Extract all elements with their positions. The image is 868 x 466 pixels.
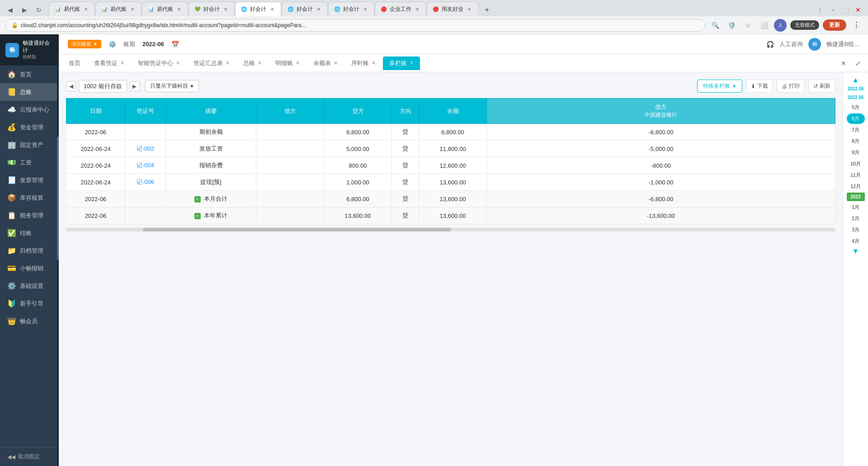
sidebar-item-settings[interactable]: ⚙️ 基础设置 — [0, 277, 59, 295]
prev-account-btn[interactable]: ◀ — [66, 81, 76, 91]
page-tab-home[interactable]: 首页 — [62, 56, 87, 70]
date-month-aug[interactable]: 8月 — [847, 136, 865, 146]
minimize-btn[interactable]: − — [826, 4, 839, 16]
page-tab-general-ledger-close[interactable]: ✕ — [258, 60, 262, 66]
page-tab-summary-close[interactable]: ✕ — [226, 60, 230, 66]
update-btn[interactable]: 更新 — [823, 19, 846, 31]
page-tab-multi-col-close[interactable]: ✕ — [410, 60, 414, 66]
tab-close-1[interactable]: ✕ — [83, 6, 89, 13]
sidebar-item-home[interactable]: 🏠 首页 — [0, 66, 59, 83]
tab-close-3[interactable]: ✕ — [176, 6, 182, 13]
date-month-jun[interactable]: 6月 — [847, 113, 865, 124]
user-profile-btn[interactable]: 人 — [774, 19, 787, 32]
sidebar-item-tax[interactable]: 📋 税务管理 — [0, 207, 59, 224]
browser-tab-4[interactable]: 💚 好会计 ✕ — [189, 2, 235, 16]
window-btn[interactable]: ⬜ — [758, 19, 770, 32]
address-bar[interactable]: 🔒 cloud2.chanjet.com/accounting/uh26t264… — [5, 19, 705, 32]
cell-voucher-3[interactable]: 记-004 — [125, 157, 166, 174]
sidebar-item-ledger[interactable]: 📒 总账 — [0, 83, 59, 101]
incognito-btn[interactable]: 无痕模式 — [790, 20, 819, 30]
close-browser-btn[interactable]: ✕ — [852, 4, 864, 16]
settings-gear-icon[interactable]: ⚙️ — [108, 41, 116, 48]
date-month-jan23[interactable]: 1月 — [847, 202, 865, 212]
page-tab-smart-voucher[interactable]: 智能凭证中心 ✕ — [132, 56, 186, 70]
star-icon[interactable]: ☆ — [741, 19, 754, 32]
shield-icon[interactable]: 🛡️ — [725, 19, 738, 32]
tab-close-9[interactable]: ✕ — [466, 6, 472, 13]
calendar-icon[interactable]: 📅 — [171, 41, 179, 48]
download-btn[interactable]: ⬇ 下载 — [746, 80, 773, 93]
browser-tab-2[interactable]: 📊 易代账 ✕ — [95, 2, 142, 16]
consult-label[interactable]: 人工咨询 — [779, 40, 803, 48]
page-tab-general-ledger[interactable]: 总账 ✕ — [237, 56, 268, 70]
tab-panel-expand-btn[interactable]: ⤢ — [852, 57, 864, 70]
sidebar-item-invoice[interactable]: 🧾 发票管理 — [0, 171, 59, 189]
pin-btn[interactable]: ◀◀ 取消固定 — [7, 453, 52, 461]
date-month-jul[interactable]: 7月 — [847, 125, 865, 135]
date-month-apr23[interactable]: 4月 — [847, 236, 865, 246]
date-month-dec[interactable]: 12月 — [847, 181, 865, 192]
page-tab-journal-close[interactable]: ✕ — [372, 60, 376, 66]
demo-badge[interactable]: 演示账套 ▼ — [68, 40, 101, 48]
page-tab-summary[interactable]: 凭证汇总表 ✕ — [187, 56, 236, 70]
sidebar-item-capital[interactable]: 💰 资金管理 — [0, 118, 59, 136]
sidebar-item-guide[interactable]: 🔰 新手引导 — [0, 295, 59, 312]
nav-forward-btn[interactable]: ▶ — [18, 4, 31, 16]
cell-voucher-4[interactable]: 记-006 — [125, 174, 166, 191]
page-tab-voucher[interactable]: 查看凭证 ✕ — [88, 56, 131, 70]
page-tab-voucher-close[interactable]: ✕ — [120, 60, 124, 66]
sidebar-item-cloud[interactable]: ☁️ 云报表中心 — [0, 101, 59, 118]
sidebar-item-salary[interactable]: 💵 工资 — [0, 154, 59, 171]
print-btn[interactable]: 🖨 打印 — [777, 80, 805, 93]
tab-close-2[interactable]: ✕ — [129, 6, 136, 13]
sidebar-item-expense[interactable]: 💳 小畅报销 — [0, 259, 59, 277]
date-month-nov[interactable]: 11月 — [847, 170, 865, 180]
browser-tab-5[interactable]: 🌐 好会计 ✕ — [235, 2, 281, 16]
date-month-mar23[interactable]: 3月 — [847, 225, 865, 235]
tab-close-8[interactable]: ✕ — [414, 6, 420, 13]
sidebar-item-inventory[interactable]: 📦 库存核算 — [0, 189, 59, 207]
date-month-feb23[interactable]: 2月 — [847, 213, 865, 224]
tab-panel-close-btn[interactable]: ✕ — [837, 57, 850, 70]
nav-back-btn[interactable]: ◀ — [4, 4, 16, 16]
sidebar-item-archive[interactable]: 📁 归档管理 — [0, 242, 59, 259]
next-account-btn[interactable]: ▶ — [130, 81, 140, 91]
date-month-sep[interactable]: 9月 — [847, 147, 865, 158]
sidebar-item-member[interactable]: 👑 畅会员 — [0, 312, 59, 330]
more-options-btn[interactable]: ⋮ — [850, 19, 863, 32]
browser-tab-8[interactable]: 🔴 企业工作 ✕ — [375, 2, 426, 16]
sidebar-item-assets[interactable]: 🏢 固定资产 — [0, 136, 59, 154]
scroll-up-btn[interactable]: ▲ — [852, 76, 859, 84]
new-tab-btn[interactable]: + — [481, 4, 493, 16]
sidebar-item-closing[interactable]: ✅ 结账 — [0, 224, 59, 242]
browser-tab-9[interactable]: 🔴 用友好业 ✕ — [427, 2, 478, 16]
filter-dropdown[interactable]: 只显示下级科目 ▼ — [145, 80, 199, 92]
date-month-oct[interactable]: 10月 — [847, 159, 865, 169]
tab-close-6[interactable]: ✕ — [316, 6, 322, 13]
tab-close-5[interactable]: ✕ — [269, 6, 275, 13]
browser-tab-3[interactable]: 📊 易代账 ✕ — [142, 2, 188, 16]
maximize-btn[interactable]: ⬜ — [839, 4, 852, 16]
page-tab-smart-voucher-close[interactable]: ✕ — [176, 60, 180, 66]
page-tab-journal[interactable]: 序时账 ✕ — [345, 56, 382, 70]
page-tab-detail-close[interactable]: ✕ — [296, 60, 300, 66]
nav-reload-btn[interactable]: ↻ — [33, 4, 45, 16]
page-tab-balance-close[interactable]: ✕ — [334, 60, 338, 66]
user-avatar[interactable]: 畅 — [808, 38, 821, 51]
page-tab-detail[interactable]: 明细账 ✕ — [269, 56, 306, 70]
page-tab-multi-col[interactable]: 多栏账 ✕ — [383, 56, 420, 70]
page-tab-balance[interactable]: 余额表 ✕ — [307, 56, 344, 70]
multi-col-btn[interactable]: 特殊多栏账 ▼ — [697, 80, 742, 93]
browser-tab-6[interactable]: 🌐 好会计 ✕ — [282, 2, 328, 16]
account-code-label[interactable]: 1002 银行存款 — [79, 80, 127, 93]
browser-tab-7[interactable]: 🌐 好会计 ✕ — [328, 2, 374, 16]
tab-list-btn[interactable]: ⋮ — [814, 4, 826, 16]
refresh-btn[interactable]: ↺ 刷新 — [808, 80, 835, 93]
scroll-down-btn[interactable]: ▼ — [852, 247, 859, 255]
cell-voucher-2[interactable]: 记-002 — [125, 141, 166, 157]
browser-tab-1[interactable]: 📊 易代账 ✕ — [49, 2, 95, 16]
date-month-may[interactable]: 5月 — [847, 102, 865, 113]
tab-close-4[interactable]: ✕ — [222, 6, 229, 13]
tab-close-7[interactable]: ✕ — [362, 6, 368, 13]
search-icon[interactable]: 🔍 — [709, 19, 722, 32]
